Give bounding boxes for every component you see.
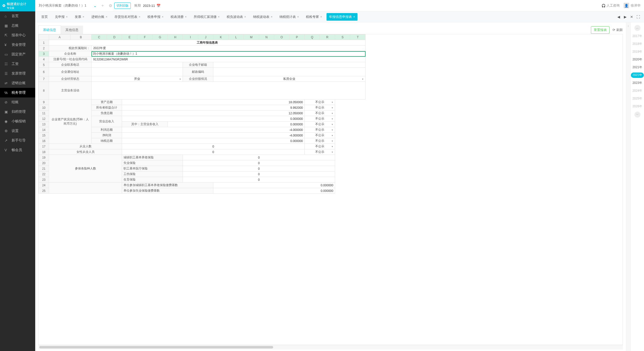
close-icon[interactable]: × <box>106 15 107 19</box>
nav-icon: ⚙ <box>5 129 9 133</box>
tab-4[interactable]: 存货别名对照表× <box>112 15 143 19</box>
tab-11[interactable]: 税检专家× <box>303 15 325 19</box>
horizontal-scrollbar[interactable] <box>38 345 623 349</box>
tab-3[interactable]: 进销台账× <box>89 15 110 19</box>
sidebar: ✪ 畅捷通好会计 专业版 ⌂首页▦总账⇱报表中心¥资金管理▭固定资产☷工资☰发票… <box>0 0 35 351</box>
tab-7[interactable]: 所得税汇算清缴× <box>191 15 222 19</box>
user-menu[interactable]: 👤 徐泽华 <box>624 3 640 8</box>
tab-close-all-icon[interactable]: ✕ <box>628 14 635 20</box>
nav-icon: ▣ <box>5 110 9 114</box>
close-icon[interactable]: × <box>185 15 187 19</box>
year-panel: ︿ 2017年2018年2019年2020年2021年2022年2023年202… <box>630 22 644 351</box>
year-2019年[interactable]: 2019年 <box>631 49 644 54</box>
consult-link[interactable]: 🎧 人工咨询 <box>601 3 620 8</box>
close-icon[interactable]: × <box>244 15 246 19</box>
refresh-icon: ⟳ <box>613 28 615 32</box>
nav-item-5[interactable]: ☷工资 <box>0 59 35 69</box>
nav-item-6[interactable]: ☰发票管理 <box>0 69 35 78</box>
nav-item-1[interactable]: ▦总账 <box>0 21 35 30</box>
tab-5[interactable]: 税务申报× <box>145 15 166 19</box>
nav-item-7[interactable]: ⇄进销台账 <box>0 78 35 88</box>
tab-8[interactable]: 税负波动表× <box>224 15 249 19</box>
year-2020年[interactable]: 2020年 <box>631 57 644 62</box>
close-icon[interactable]: × <box>320 15 322 19</box>
refresh-button[interactable]: ⟳ 刷新 <box>613 28 623 32</box>
year-2024年[interactable]: 2024年 <box>631 88 644 93</box>
year-2026年[interactable]: 2026年 <box>631 104 644 109</box>
nav-item-3[interactable]: ¥资金管理 <box>0 40 35 50</box>
period-value[interactable]: 2023-11 <box>143 4 155 8</box>
tab-6[interactable]: 税表清册× <box>168 15 189 19</box>
nav-icon: ☷ <box>5 62 9 66</box>
tab-prev-icon[interactable]: ◀ <box>615 14 622 20</box>
calendar-icon[interactable]: 📅 <box>156 4 160 8</box>
nav-item-12[interactable]: ⚙设置 <box>0 126 35 136</box>
nav-icon: ▭ <box>5 52 9 56</box>
avatar-icon: 👤 <box>624 3 629 8</box>
year-down-icon[interactable]: ﹀ <box>634 112 640 118</box>
nav-item-2[interactable]: ⇱报表中心 <box>0 30 35 40</box>
chevron-down-icon[interactable]: ⌄ <box>93 3 97 8</box>
brand-sub: 专业版 <box>7 6 26 10</box>
tab-2[interactable]: 发票× <box>72 15 87 19</box>
nav-icon: ⌂ <box>5 14 9 18</box>
tab-12[interactable]: 年报信息申报表× <box>327 13 357 21</box>
nav-icon: ☰ <box>5 72 9 76</box>
nav-icon: ℅ <box>5 91 9 95</box>
nav-icon: ◉ <box>5 119 9 123</box>
nav-icon: ▦ <box>5 24 9 28</box>
nav-icon: ¥ <box>5 43 9 47</box>
spreadsheet[interactable]: ABCDEFGHIJKLMNOPQRST1工商年报信息表2税款所属期间：2022… <box>38 34 623 345</box>
year-2018年[interactable]: 2018年 <box>631 41 644 47</box>
nav-item-13[interactable]: ↗新手引导 <box>0 136 35 145</box>
period-label: 账期 <box>134 3 141 8</box>
headset-icon: 🎧 <box>601 4 606 8</box>
close-icon[interactable]: × <box>297 15 299 19</box>
nav-icon: ⇄ <box>5 81 9 85</box>
nav-icon: V <box>5 148 9 152</box>
close-icon[interactable]: × <box>66 15 68 19</box>
nav-item-0[interactable]: ⌂首页 <box>0 11 35 21</box>
tab-10[interactable]: 纳税统计表× <box>277 15 301 19</box>
reset-report-button[interactable]: 重置报表 <box>591 26 610 34</box>
tab-next-icon[interactable]: ▶ <box>622 14 628 20</box>
year-2025年[interactable]: 2025年 <box>631 96 644 101</box>
nav-icon: ↗ <box>5 138 9 143</box>
account-selector[interactable]: 刘小艳演示账套（勿删勿动！）1 <box>39 3 86 8</box>
year-2022年[interactable]: 2022年 <box>631 73 644 78</box>
nav-item-10[interactable]: ▣归档管理 <box>0 107 35 117</box>
year-2023年[interactable]: 2023年 <box>631 80 644 86</box>
nav-item-9[interactable]: ⊘结账 <box>0 97 35 107</box>
close-icon[interactable]: × <box>83 15 84 19</box>
brand-logo: ✪ 畅捷通好会计 专业版 <box>0 0 35 11</box>
year-up-icon[interactable]: ︿ <box>634 25 640 31</box>
close-icon[interactable]: × <box>139 15 140 19</box>
fullscreen-icon[interactable]: ⛶ <box>635 14 641 20</box>
tab-1[interactable]: 兑申报× <box>52 15 70 19</box>
nav-item-4[interactable]: ▭固定资产 <box>0 50 35 59</box>
switch-old-button[interactable]: 切到旧版 <box>114 3 131 9</box>
close-icon[interactable]: × <box>353 15 355 19</box>
topbar: 刘小艳演示账套（勿删勿动！）1 ⌄ ＋ ⚙ 切到旧版 账期 2023-11 📅 … <box>35 0 644 11</box>
gear-icon[interactable]: ⚙ <box>109 3 112 8</box>
logo-icon: ✪ <box>3 4 5 8</box>
nav-icon: ⇱ <box>5 33 9 37</box>
tab-9[interactable]: 纳税波动表× <box>251 15 275 19</box>
nav-item-8[interactable]: ℅税务管理 <box>0 88 35 97</box>
close-icon[interactable]: × <box>218 15 220 19</box>
year-2017年[interactable]: 2017年 <box>631 33 644 39</box>
tab-0[interactable]: 首页 <box>39 15 50 19</box>
sub-tab-other[interactable]: 其他信息 <box>61 26 83 34</box>
close-icon[interactable]: × <box>162 15 164 19</box>
vertical-scrollbar[interactable]: ‹ <box>626 22 630 351</box>
year-2021年[interactable]: 2021年 <box>631 65 644 70</box>
sub-tab-basic[interactable]: 基础信息 <box>38 25 61 34</box>
nav-item-11[interactable]: ◉小畅报销 <box>0 117 35 126</box>
nav-icon: ⊘ <box>5 100 9 104</box>
brand-name: 畅捷通好会计 <box>7 2 26 6</box>
nav-item-14[interactable]: V畅会员 <box>0 145 35 155</box>
scroll-collapse-icon[interactable]: ‹ <box>628 24 629 28</box>
close-icon[interactable]: × <box>271 15 272 19</box>
tabbar: 首页兑申报×发票×进销台账×存货别名对照表×税务申报×税表清册×所得税汇算清缴×… <box>35 11 644 22</box>
plus-icon[interactable]: ＋ <box>101 3 105 8</box>
